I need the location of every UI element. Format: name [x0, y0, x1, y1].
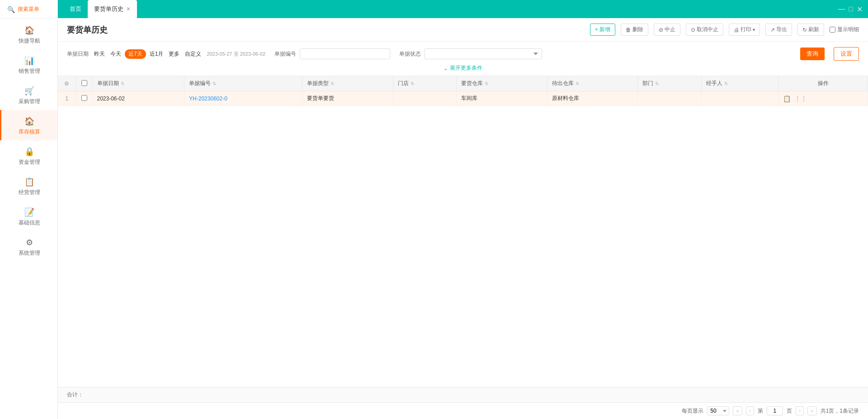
docno-filter-group: 单据编号 [274, 48, 390, 59]
print-dropdown-icon: ▾ [753, 27, 755, 32]
tab-close-history[interactable]: ✕ [126, 6, 131, 12]
docno-link-0[interactable]: YH-20230602-0 [189, 95, 227, 102]
date-btn-yesterday[interactable]: 昨天 [92, 50, 107, 58]
status-filter-group: 单据状态 [399, 48, 542, 59]
status-filter-select[interactable] [425, 48, 542, 59]
status-filter-label: 单据状态 [399, 50, 421, 58]
row-checkbox-0[interactable] [81, 95, 87, 101]
select-all-checkbox[interactable] [81, 80, 87, 86]
tab-history[interactable]: 要货单历史✕ [88, 0, 137, 18]
sidebar-icon-quick-nav: 🏠 [24, 25, 34, 35]
stop-button[interactable]: ⊘ 中止 [654, 24, 680, 36]
cell-docno-0[interactable]: YH-20230602-0 [184, 91, 302, 106]
cell-doctype-0: 要货单要货 [302, 91, 393, 106]
sidebar-search-label: 搜索菜单 [18, 5, 39, 13]
date-filter-buttons: 昨天 今天 近7天 近1月 更多 自定义 [92, 49, 203, 59]
topbar-right: — □ ✕ [838, 5, 863, 14]
cell-store-0 [393, 91, 457, 106]
sidebar-item-sales[interactable]: 📊销售管理 [0, 49, 57, 80]
cell-req-warehouse-0: 车间库 [457, 91, 547, 106]
th-handler[interactable]: 经手人 ⇅ [701, 76, 778, 91]
sort-icon-docno: ⇅ [212, 81, 216, 86]
query-button[interactable]: 查询 [800, 48, 825, 60]
cell-date-0: 2023-06-02 [92, 91, 184, 106]
filter-area: 单据日期 昨天 今天 近7天 近1月 更多 自定义 2023-05-27 至 2… [58, 42, 868, 76]
cancel-stop-button[interactable]: ⊙ 取消中止 [686, 24, 723, 36]
sidebar-icon-system: ⚙ [26, 238, 33, 248]
sidebar-icon-sales: 📊 [24, 56, 34, 66]
th-docno[interactable]: 单据编号 ⇅ [184, 76, 302, 91]
th-req-warehouse[interactable]: 要货仓库 ⇅ [457, 76, 547, 91]
table-footer: 合计： [58, 387, 868, 402]
docno-filter-input[interactable] [300, 48, 390, 59]
sidebar-search[interactable]: 🔍 搜索菜单 [0, 0, 57, 19]
sidebar-item-inventory[interactable]: 🏠库存核算 [0, 110, 57, 140]
search-icon: 🔍 [7, 6, 15, 13]
prev-page-button[interactable]: ‹ [746, 406, 754, 415]
new-button[interactable]: + 新增 [590, 24, 615, 36]
op-delete-0[interactable]: ⋮⋮ [794, 95, 807, 102]
sidebar-label-quick-nav: 快捷导航 [19, 37, 40, 45]
first-page-button[interactable]: « [733, 406, 742, 415]
op-edit-0[interactable]: 📋 [783, 95, 791, 102]
expand-more-btn[interactable]: ⌄ 展开更多条件 [67, 64, 859, 72]
close-button[interactable]: ✕ [857, 5, 863, 14]
th-date[interactable]: 单据日期 ⇅ [92, 76, 184, 91]
th-out-warehouse[interactable]: 待出仓库 ⇅ [547, 76, 637, 91]
last-page-button[interactable]: » [807, 406, 817, 415]
delete-button[interactable]: 🗑 删除 [621, 24, 648, 36]
th-checkbox[interactable] [76, 76, 92, 91]
minimize-button[interactable]: — [838, 5, 845, 13]
maximize-button[interactable]: □ [849, 5, 853, 13]
sidebar-item-operation[interactable]: 📋经营管理 [0, 171, 57, 201]
sidebar-item-basic[interactable]: 📝基础信息 [0, 201, 57, 231]
tab-home[interactable]: 首页 [63, 0, 88, 18]
summary-label: 合计： [67, 391, 83, 399]
sidebar-label-inventory: 库存核算 [19, 128, 40, 136]
date-btn-custom[interactable]: 自定义 [183, 50, 203, 58]
cell-checkbox-0[interactable] [76, 91, 92, 106]
th-dept[interactable]: 部门 ⇅ [637, 76, 701, 91]
cell-dept-0 [637, 91, 701, 106]
next-page-button[interactable]: › [796, 406, 804, 415]
docno-filter-label: 单据编号 [274, 50, 296, 58]
sidebar-icon-inventory: 🏠 [24, 116, 34, 126]
sort-icon-handler: ⇅ [724, 81, 728, 86]
tab-label-history: 要货单历史 [94, 5, 123, 13]
stop-icon: ⊘ [659, 27, 663, 33]
print-button[interactable]: 🖨 打印 ▾ [729, 24, 760, 36]
sidebar-item-purchase[interactable]: 🛒采购管理 [0, 80, 57, 110]
expand-icon: ⌄ [443, 65, 448, 71]
sidebar-item-quick-nav[interactable]: 🏠快捷导航 [0, 19, 57, 49]
date-filter-label: 单据日期 [67, 50, 89, 58]
sidebar-item-finance[interactable]: 🔒资金管理 [0, 140, 57, 171]
settings-button[interactable]: 设置 [834, 47, 859, 61]
date-btn-1month[interactable]: 近1月 [148, 50, 165, 58]
sort-icon-req-warehouse: ⇅ [485, 81, 488, 86]
th-doctype[interactable]: 单据类型 ⇅ [302, 76, 393, 91]
sidebar-label-operation: 经营管理 [19, 189, 40, 196]
export-button[interactable]: ↗ 导出 [765, 24, 792, 36]
sort-icon-dept: ⇅ [655, 81, 659, 86]
date-btn-7days[interactable]: 近7天 [125, 49, 146, 59]
date-btn-today[interactable]: 今天 [108, 50, 123, 58]
delete-icon: 🗑 [626, 27, 631, 33]
th-settings[interactable]: ⚙ [58, 76, 76, 91]
data-table: ⚙ 单据日期 ⇅ 单据编号 [58, 76, 868, 106]
display-detail-checkbox[interactable] [830, 27, 835, 33]
sort-icon-date: ⇅ [121, 81, 124, 86]
cell-out-warehouse-0: 原材料仓库 [547, 91, 637, 106]
th-store[interactable]: 门店 ⇅ [393, 76, 457, 91]
sidebar-icon-purchase: 🛒 [24, 86, 34, 96]
sidebar-label-system: 系统管理 [19, 249, 40, 257]
refresh-icon: ↻ [802, 27, 807, 33]
sidebar-label-sales: 销售管理 [19, 67, 40, 75]
date-btn-more[interactable]: 更多 [167, 50, 181, 58]
current-page-input[interactable] [767, 406, 783, 415]
sidebar-label-finance: 资金管理 [19, 158, 40, 166]
tab-label-home: 首页 [70, 5, 81, 13]
refresh-button[interactable]: ↻ 刷新 [797, 24, 824, 36]
table-header-row: ⚙ 单据日期 ⇅ 单据编号 [58, 76, 868, 91]
sidebar-item-system[interactable]: ⚙系统管理 [0, 231, 57, 262]
page-size-select[interactable]: 10 20 50 100 [707, 406, 729, 415]
